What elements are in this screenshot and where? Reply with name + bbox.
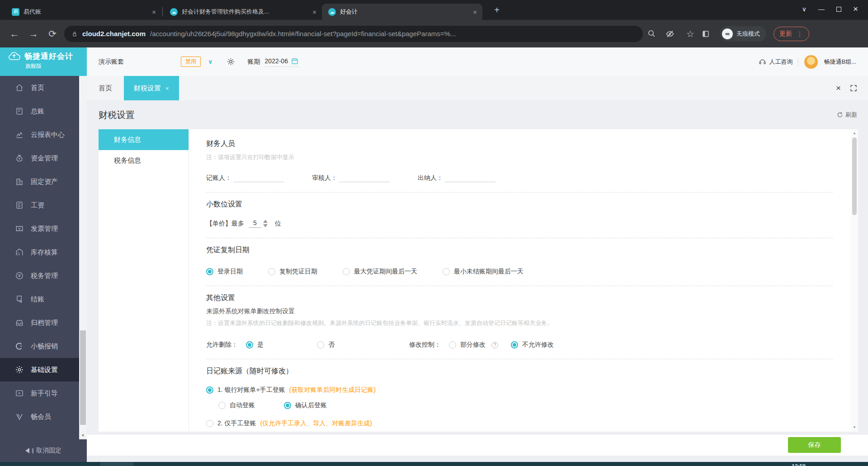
- close-window-button[interactable]: ×: [853, 4, 858, 14]
- decrement-button[interactable]: [263, 224, 268, 227]
- fullscreen-icon[interactable]: [850, 85, 857, 92]
- save-button[interactable]: 保存: [788, 437, 841, 453]
- reviewer-input[interactable]: [339, 173, 390, 182]
- scroll-down-arrow-icon[interactable]: ▼: [851, 424, 858, 431]
- browser-tab-1[interactable]: 易 易代账 ×: [5, 4, 161, 20]
- sidebar-item-tax[interactable]: 税务管理: [0, 264, 87, 287]
- disabled-status-badge: 禁用: [181, 56, 201, 67]
- radio-modify-forbid[interactable]: [511, 341, 518, 348]
- tab-financial-settings[interactable]: 财税设置 ×: [124, 76, 179, 100]
- sidebar-item-invoices[interactable]: 发票管理: [0, 217, 87, 240]
- sidebar-item-guide[interactable]: 新手引导: [0, 381, 87, 405]
- sidebar-item-membership[interactable]: 畅会员: [0, 405, 87, 428]
- cashier-input[interactable]: [445, 173, 495, 182]
- sidebar-item-report-center[interactable]: 云报表中心: [0, 123, 87, 146]
- sidebar-item-expense[interactable]: 小畅报销: [0, 334, 87, 358]
- sidebar-item-funds[interactable]: 资金管理: [0, 146, 87, 170]
- tab-favicon: 易: [12, 8, 19, 16]
- new-tab-button[interactable]: +: [491, 4, 503, 16]
- reading-mode-icon[interactable]: [702, 30, 715, 38]
- radio-copy-voucher-date[interactable]: [268, 268, 275, 275]
- tab-title: 好会计: [340, 8, 358, 16]
- account-set-name[interactable]: 演示账套: [99, 58, 124, 66]
- reload-button[interactable]: ⟳: [45, 28, 60, 39]
- radio-confirm-post[interactable]: [284, 402, 291, 409]
- sidebar-item-basic-settings[interactable]: 基础设置: [0, 358, 87, 381]
- minimize-button[interactable]: —: [818, 5, 825, 13]
- sidebar-item-payroll[interactable]: 工资: [0, 193, 87, 217]
- sidebar-item-home[interactable]: 首页: [0, 76, 87, 99]
- sidebar-item-fixed-assets[interactable]: 固定资产: [0, 170, 87, 193]
- scrollbar-thumb[interactable]: [852, 137, 857, 215]
- sidebar-item-inventory[interactable]: 库存核算: [0, 240, 87, 264]
- page-title-row: 财税设置 刷新: [87, 100, 868, 129]
- subnav-tax-info[interactable]: 税务信息: [99, 150, 189, 171]
- tab-home[interactable]: 首页: [87, 76, 124, 100]
- footer-bar: 保存: [87, 435, 868, 456]
- chevron-down-icon[interactable]: ∨: [208, 58, 213, 65]
- workspace-tab-bar: 首页 财税设置 × ×: [87, 76, 868, 100]
- unpin-sidebar-button[interactable]: 取消固定: [0, 439, 87, 462]
- taskbar-app-button[interactable]: [100, 462, 133, 466]
- incognito-icon: ∞: [722, 28, 733, 39]
- edition-badge: 旗舰版: [25, 62, 87, 70]
- settings-form: 财务人员 注：该项设置只在打印数据中显示 记账人： 审核人： 出纳人：: [189, 129, 858, 432]
- subnav-financial-info[interactable]: 财务信息: [99, 129, 189, 150]
- panel-scrollbar[interactable]: ▲ ▼: [851, 129, 858, 432]
- tab-search-chevron-icon[interactable]: ∨: [802, 5, 807, 13]
- address-bar[interactable]: cloud2.chanjet.com/accounting/uh26t264j5…: [64, 26, 643, 42]
- support-link[interactable]: 人工咨询: [759, 58, 793, 66]
- radio-delete-yes[interactable]: [246, 341, 253, 348]
- radio-bank-statement-manual[interactable]: [206, 386, 213, 394]
- forward-button[interactable]: →: [26, 28, 41, 39]
- decimal-places-input[interactable]: 5: [249, 219, 261, 228]
- eye-off-icon[interactable]: [665, 29, 679, 38]
- chart-icon: [15, 130, 24, 139]
- maximize-button[interactable]: [836, 7, 841, 12]
- radio-manual-only[interactable]: [206, 420, 213, 427]
- closing-book-icon: [15, 295, 24, 304]
- tab-favicon: ☁: [328, 8, 336, 16]
- scroll-up-arrow-icon[interactable]: ▲: [851, 130, 858, 137]
- quantity-stepper: [263, 220, 268, 227]
- sidebar-item-archive[interactable]: 归档管理: [0, 311, 87, 334]
- tab-close-icon[interactable]: ×: [312, 8, 316, 16]
- period-picker[interactable]: 2022-06: [264, 56, 300, 67]
- close-all-tabs-icon[interactable]: ×: [836, 83, 841, 93]
- back-button[interactable]: ←: [7, 28, 22, 39]
- radio-auto-post[interactable]: [218, 402, 226, 409]
- scroll-down-arrow-icon[interactable]: ▼: [79, 432, 87, 439]
- search-icon[interactable]: [647, 29, 661, 38]
- scrollbar-thumb[interactable]: [80, 330, 86, 425]
- sidebar-item-closing[interactable]: 结账: [0, 287, 87, 311]
- app-header: 畅捷通好会计 旗舰版 演示账套 禁用 ∨ 账期 2022-06 人工咨询 畅捷通…: [0, 47, 868, 76]
- bookmark-star-icon[interactable]: ☆: [684, 28, 697, 39]
- radio-delete-no[interactable]: [317, 341, 324, 348]
- radio-login-date[interactable]: [206, 268, 213, 275]
- section-decimal: 小数位设置 【单价】最多 5 位: [206, 193, 833, 238]
- increment-button[interactable]: [263, 220, 268, 223]
- external-source-subtitle: 来源外系统对账单删改控制设置: [206, 307, 833, 315]
- browser-update-button[interactable]: 更新 ⋮: [774, 27, 809, 41]
- bookkeeper-input[interactable]: [233, 173, 284, 182]
- browser-menu-icon[interactable]: ⋮: [797, 30, 803, 38]
- radio-modify-partial[interactable]: [449, 341, 456, 348]
- user-name[interactable]: 畅捷通B组...: [824, 58, 856, 66]
- incognito-indicator[interactable]: ∞ 无痕模式: [720, 26, 766, 42]
- section-staff: 财务人员 注：该项设置只在打印数据中显示 记账人： 审核人： 出纳人：: [206, 132, 833, 193]
- refresh-button[interactable]: 刷新: [837, 111, 857, 119]
- tab-close-icon[interactable]: ×: [152, 8, 156, 16]
- modify-control-label: 修改控制：: [409, 341, 441, 349]
- browser-tab-3-active[interactable]: ☁ 好会计 ×: [322, 4, 482, 20]
- help-icon[interactable]: ?: [491, 342, 498, 348]
- radio-max-period-last-day[interactable]: [343, 268, 350, 275]
- browser-tab-2[interactable]: ☁ 好会计财务管理软件购买价格及... ×: [164, 4, 322, 20]
- settings-gear-icon[interactable]: [226, 57, 235, 66]
- tab-close-icon[interactable]: ×: [473, 8, 477, 16]
- sidebar-item-general-ledger[interactable]: 总账: [0, 99, 87, 123]
- tab-close-icon[interactable]: ×: [165, 85, 169, 92]
- section-title: 凭证复制日期: [206, 245, 833, 255]
- radio-min-unclosed-last-day[interactable]: [443, 268, 450, 275]
- sidebar-scrollbar[interactable]: ▼: [79, 76, 87, 439]
- user-avatar[interactable]: [804, 55, 818, 69]
